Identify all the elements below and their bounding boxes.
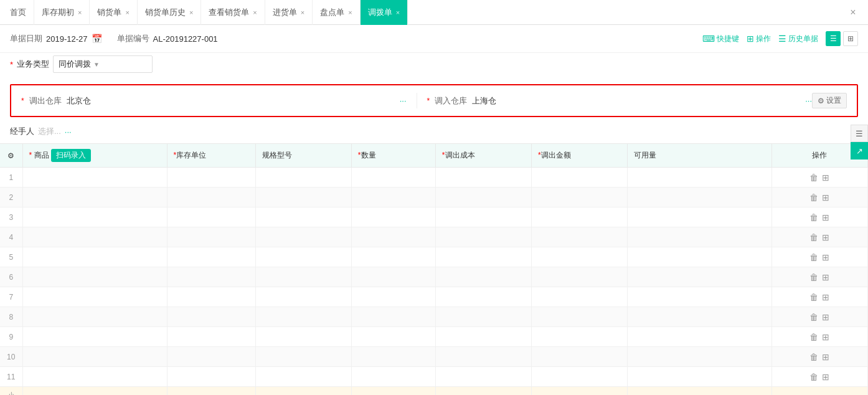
copy-icon-11[interactable]: ⊞ [822,372,829,382]
row-amount-1[interactable] [532,168,628,188]
row-goods-11[interactable] [22,367,167,387]
col-settings-header[interactable]: ⚙ [0,144,22,168]
tab-inventory-init-close[interactable]: × [78,9,82,16]
handler-more-icon[interactable]: ··· [65,127,72,136]
row-amount-11[interactable] [532,367,628,387]
row-unit-7[interactable] [167,287,255,307]
row-amount-8[interactable] [532,307,628,327]
row-amount-4[interactable] [532,227,628,247]
view-list-btn[interactable]: ☰ [826,31,841,46]
row-qty-6[interactable] [351,267,435,287]
tab-purchase[interactable]: 进货单 × [265,0,313,25]
row-goods-4[interactable] [22,227,167,247]
row-spec-1[interactable] [255,168,351,188]
calendar-icon[interactable]: 📅 [92,34,102,44]
row-goods-3[interactable] [22,207,167,227]
tab-view-sales-close[interactable]: × [253,9,257,16]
row-qty-1[interactable] [351,168,435,188]
delete-icon-10[interactable]: 🗑 [809,352,818,362]
row-unit-11[interactable] [167,367,255,387]
row-goods-8[interactable] [22,307,167,327]
tab-home[interactable]: 首页 [5,0,34,25]
tab-purchase-close[interactable]: × [301,9,304,16]
out-warehouse-more-icon[interactable]: ··· [400,96,407,105]
row-cost-3[interactable] [435,207,531,227]
row-avail-7[interactable] [628,287,771,307]
copy-icon-1[interactable]: ⊞ [822,173,829,183]
row-unit-8[interactable] [167,307,255,327]
row-avail-10[interactable] [628,347,771,367]
delete-icon-8[interactable]: 🗑 [809,312,818,322]
row-unit-4[interactable] [167,227,255,247]
copy-icon-9[interactable]: ⊞ [822,332,829,342]
delete-icon-5[interactable]: 🗑 [809,252,818,262]
row-amount-2[interactable] [532,188,628,207]
row-qty-4[interactable] [351,227,435,247]
row-spec-4[interactable] [255,227,351,247]
tab-transfer-close[interactable]: × [396,9,400,16]
row-cost-2[interactable] [435,188,531,207]
row-cost-5[interactable] [435,247,531,267]
row-amount-3[interactable] [532,207,628,227]
history-btn[interactable]: ☰ 历史单据 [778,34,818,44]
row-unit-5[interactable] [167,247,255,267]
row-qty-3[interactable] [351,207,435,227]
row-spec-11[interactable] [255,367,351,387]
row-avail-9[interactable] [628,327,771,347]
row-spec-7[interactable] [255,287,351,307]
row-spec-5[interactable] [255,247,351,267]
tab-view-sales[interactable]: 查看销货单 × [201,0,265,25]
tab-inventory-close[interactable]: × [348,9,352,16]
row-amount-6[interactable] [532,267,628,287]
row-avail-5[interactable] [628,247,771,267]
row-qty-2[interactable] [351,188,435,207]
row-cost-8[interactable] [435,307,531,327]
window-close-button[interactable]: × [843,2,863,22]
row-unit-9[interactable] [167,327,255,347]
row-goods-1[interactable] [22,168,167,188]
row-goods-5[interactable] [22,247,167,267]
handler-select[interactable]: 选择... [38,126,61,137]
row-spec-8[interactable] [255,307,351,327]
row-unit-1[interactable] [167,168,255,188]
view-grid-btn[interactable]: ⊞ [843,31,858,46]
row-qty-10[interactable] [351,347,435,367]
sidebar-list-icon[interactable]: ☰ [851,125,868,142]
row-spec-9[interactable] [255,327,351,347]
operations-btn[interactable]: ⊞ 操作 [747,34,771,44]
row-qty-5[interactable] [351,247,435,267]
row-qty-11[interactable] [351,367,435,387]
tab-sales[interactable]: 销货单 × [90,0,137,25]
scan-button[interactable]: 扫码录入 [51,149,91,162]
row-goods-10[interactable] [22,347,167,367]
settings-button[interactable]: ⚙ 设置 [812,93,847,108]
row-amount-9[interactable] [532,327,628,347]
row-cost-9[interactable] [435,327,531,347]
copy-icon-5[interactable]: ⊞ [822,252,829,262]
copy-icon-2[interactable]: ⊞ [822,193,829,202]
shortcuts-btn[interactable]: ⌨ 快捷键 [702,34,739,44]
delete-icon-1[interactable]: 🗑 [809,173,818,183]
tab-sales-history[interactable]: 销货单历史 × [138,0,201,25]
tab-sales-history-close[interactable]: × [189,9,193,16]
row-avail-2[interactable] [628,188,771,207]
copy-icon-10[interactable]: ⊞ [822,352,829,362]
row-unit-3[interactable] [167,207,255,227]
row-cost-4[interactable] [435,227,531,247]
row-amount-10[interactable] [532,347,628,367]
row-spec-6[interactable] [255,267,351,287]
row-cost-7[interactable] [435,287,531,307]
delete-icon-2[interactable]: 🗑 [809,193,818,202]
row-goods-2[interactable] [22,188,167,207]
row-goods-7[interactable] [22,287,167,307]
delete-icon-11[interactable]: 🗑 [809,372,818,382]
tab-sales-close[interactable]: × [125,9,129,16]
row-spec-10[interactable] [255,347,351,367]
tab-transfer[interactable]: 调拨单 × [361,0,408,25]
business-select[interactable]: 同价调拨 ▼ [53,55,153,73]
row-avail-1[interactable] [628,168,771,188]
row-cost-6[interactable] [435,267,531,287]
tab-inventory-init[interactable]: 库存期初 × [34,0,90,25]
row-avail-8[interactable] [628,307,771,327]
row-avail-3[interactable] [628,207,771,227]
